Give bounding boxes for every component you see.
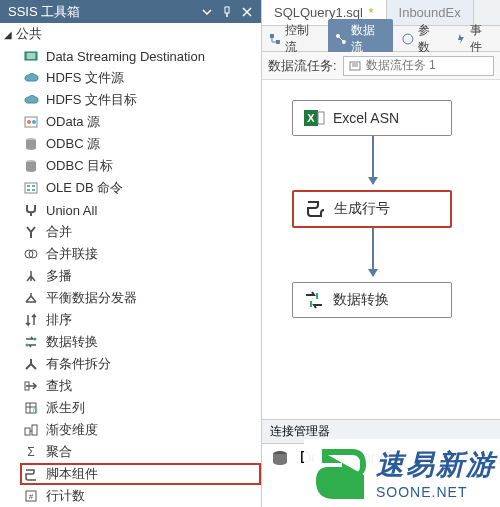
ssis-toolbox: SSIS 工具箱 ◢ 公共 Data Streaming Destination… [0, 0, 262, 507]
svg-rect-9 [27, 185, 30, 187]
svg-point-15 [34, 338, 37, 341]
db-icon [22, 157, 40, 175]
node-script-component[interactable]: 生成行号 [292, 190, 452, 228]
toolbox-item[interactable]: Union All [20, 199, 261, 221]
toolbox-item[interactable]: OData 源 [20, 111, 261, 133]
task-value: 数据流任务 1 [366, 57, 436, 74]
toolbox-item[interactable]: Data Streaming Destination [20, 45, 261, 67]
toolbox-item[interactable]: 多播 [20, 265, 261, 287]
toolbox-item[interactable]: Σ聚合 [20, 441, 261, 463]
toolbox-item-label: Union All [46, 203, 97, 218]
toolbox-item-label: 合并 [46, 223, 72, 241]
toolbox-item-label: OData 源 [46, 113, 100, 131]
script-icon [22, 465, 40, 483]
task-label: 数据流任务: [268, 57, 337, 75]
sort-icon [22, 311, 40, 329]
designer-subtabs: 控制流 数据流 参数 事件 [262, 26, 500, 52]
toolbox-item-label: 排序 [46, 311, 72, 329]
hdfs-icon [22, 91, 40, 109]
toolbox-item-label: Data Streaming Destination [46, 49, 205, 64]
database-icon [270, 450, 290, 466]
dsd-icon [22, 47, 40, 65]
svg-text:Σ: Σ [27, 445, 34, 459]
toolbox-item[interactable]: HDFS 文件源 [20, 67, 261, 89]
toolbox-item[interactable]: fx派生列 [20, 397, 261, 419]
toolbox-options-icon[interactable] [197, 2, 217, 22]
toolbox-item-label: 数据转换 [46, 333, 98, 351]
toolbox-item[interactable]: #行计数 [20, 485, 261, 507]
toolbox-item-label: 派生列 [46, 399, 85, 417]
toolbox-item[interactable]: 合并联接 [20, 243, 261, 265]
toolbox-item[interactable]: 渐变维度 [20, 419, 261, 441]
odata-icon [22, 113, 40, 131]
union-icon [22, 201, 40, 219]
toolbox-item-label: ODBC 目标 [46, 157, 113, 175]
toolbox-item-label: 多播 [46, 267, 72, 285]
brand-name: 速易新游 [376, 446, 496, 484]
group-label: 公共 [16, 25, 42, 43]
merge-icon [22, 223, 40, 241]
svg-rect-0 [225, 7, 229, 13]
count-icon: # [22, 487, 40, 505]
svg-rect-12 [32, 189, 35, 191]
svg-rect-20 [25, 428, 30, 435]
svg-point-29 [403, 34, 413, 44]
toolbox-item[interactable]: HDFS 文件目标 [20, 89, 261, 111]
toolbox-item[interactable]: 排序 [20, 309, 261, 331]
toolbox-group-header[interactable]: ◢ 公共 [0, 23, 261, 45]
toolbox-item-label: 脚本组件 [46, 465, 98, 483]
svg-point-4 [27, 120, 31, 124]
svg-rect-33 [318, 112, 324, 124]
svg-rect-26 [276, 39, 280, 43]
toolbox-item-label: 聚合 [46, 443, 72, 461]
task-selector-row: 数据流任务: 数据流任务 1 [262, 52, 500, 80]
toolbox-item[interactable]: 平衡数据分发器 [20, 287, 261, 309]
toolbox-item[interactable]: ODBC 源 [20, 133, 261, 155]
db-icon [22, 135, 40, 153]
agg-icon: Σ [22, 443, 40, 461]
toolbox-item-label: 平衡数据分发器 [46, 289, 137, 307]
svg-text:#: # [29, 492, 34, 501]
svg-text:X: X [307, 112, 315, 124]
toolbox-item-list: Data Streaming DestinationHDFS 文件源HDFS 文… [0, 45, 261, 507]
script-icon [304, 198, 326, 220]
svg-point-16 [26, 344, 29, 347]
multi-icon [22, 267, 40, 285]
toolbox-item[interactable]: 查找 [20, 375, 261, 397]
toolbox-close-icon[interactable] [237, 2, 257, 22]
toolbox-item[interactable]: ODBC 目标 [20, 155, 261, 177]
svg-point-5 [32, 120, 36, 124]
svg-rect-21 [32, 425, 37, 435]
modified-indicator-icon: * [365, 5, 374, 20]
node-excel-source[interactable]: X Excel ASN [292, 100, 452, 136]
toolbox-item[interactable]: 脚本组件 [20, 463, 261, 485]
node-data-conversion[interactable]: 数据转换 [292, 282, 452, 318]
toolbox-title: SSIS 工具箱 [8, 3, 197, 21]
mjoin-icon [22, 245, 40, 263]
toolbox-item-label: 行计数 [46, 487, 85, 505]
task-icon [348, 59, 362, 73]
toolbox-item-label: 渐变维度 [46, 421, 98, 439]
toolbox-item-label: HDFS 文件目标 [46, 91, 137, 109]
connector-arrow[interactable] [372, 136, 374, 184]
task-combobox[interactable]: 数据流任务 1 [343, 56, 494, 76]
toolbox-pin-icon[interactable] [217, 2, 237, 22]
brand-logo-icon [308, 441, 372, 505]
toolbox-item-label: HDFS 文件源 [46, 69, 124, 87]
toolbox-item-label: 查找 [46, 377, 72, 395]
lookup-icon [22, 377, 40, 395]
svg-text:fx: fx [33, 407, 38, 413]
svg-rect-10 [32, 185, 35, 187]
split-icon [22, 355, 40, 373]
toolbox-item-label: ODBC 源 [46, 135, 100, 153]
toolbox-item-label: 有条件拆分 [46, 355, 111, 373]
node-label: 数据转换 [333, 291, 389, 309]
toolbox-item[interactable]: 有条件拆分 [20, 353, 261, 375]
connector-arrow[interactable] [372, 228, 374, 276]
toolbox-item[interactable]: OLE DB 命令 [20, 177, 261, 199]
derive-icon: fx [22, 399, 40, 417]
brand-url: SOONE.NET [376, 484, 496, 500]
toolbox-item[interactable]: 合并 [20, 221, 261, 243]
conv-icon [22, 333, 40, 351]
toolbox-item[interactable]: 数据转换 [20, 331, 261, 353]
